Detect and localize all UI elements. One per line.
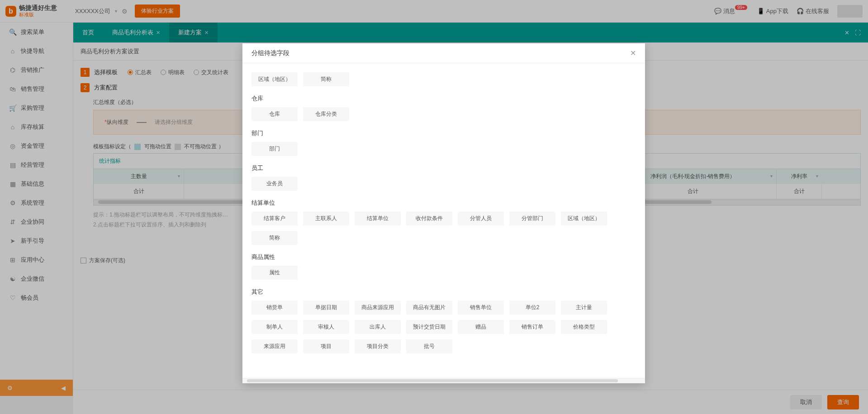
- field-chip-5-7[interactable]: 制单人: [251, 320, 298, 334]
- field-chip-5-3[interactable]: 商品有无图片: [406, 301, 452, 315]
- field-chip-3-4[interactable]: 分管人员: [458, 212, 504, 226]
- field-chip-1-0[interactable]: 部门: [251, 142, 298, 156]
- field-chip-2-0[interactable]: 业务员: [251, 177, 298, 191]
- field-group-row-0: 仓库仓库分类: [251, 107, 636, 121]
- field-select-modal: 分组待选字段 ✕ 区域（地区）简称仓库仓库仓库分类部门部门员工业务员结算单位结算…: [242, 43, 645, 383]
- partial-row: 区域（地区）简称: [251, 72, 636, 86]
- field-chip-5-5[interactable]: 单位2: [509, 301, 555, 315]
- field-group-title-5: 其它: [251, 288, 636, 296]
- field-chip-5-8[interactable]: 审核人: [303, 320, 349, 334]
- field-chip-3-7[interactable]: 简称: [251, 231, 298, 245]
- field-chip-partial-0[interactable]: 区域（地区）: [251, 72, 298, 86]
- field-group-row-3: 结算客户主联系人结算单位收付款条件分管人员分管部门区域（地区）简称: [251, 212, 636, 245]
- field-chip-3-0[interactable]: 结算客户: [251, 212, 298, 226]
- cutoff-row: [251, 63, 636, 69]
- field-group-row-1: 部门: [251, 142, 636, 156]
- field-chip-5-6[interactable]: 主计量: [561, 301, 607, 315]
- field-chip-5-17[interactable]: 批号: [406, 339, 452, 353]
- field-chip-5-1[interactable]: 单据日期: [303, 301, 349, 315]
- field-chip-5-9[interactable]: 出库人: [355, 320, 401, 334]
- field-chip-0-1[interactable]: 仓库分类: [303, 107, 349, 121]
- field-chip-5-11[interactable]: 赠品: [458, 320, 504, 334]
- field-group-title-4: 商品属性: [251, 253, 636, 261]
- field-chip-3-6[interactable]: 区域（地区）: [561, 212, 607, 226]
- field-group-title-2: 员工: [251, 164, 636, 172]
- field-chip-5-4[interactable]: 销售单位: [458, 301, 504, 315]
- field-chip-3-5[interactable]: 分管部门: [509, 212, 555, 226]
- modal-hscroll-thumb[interactable]: [247, 379, 618, 382]
- field-chip-5-16[interactable]: 项目分类: [355, 339, 401, 353]
- field-chip-3-3[interactable]: 收付款条件: [406, 212, 452, 226]
- field-chip-4-0[interactable]: 属性: [251, 266, 298, 280]
- field-chip-5-2[interactable]: 商品来源应用: [355, 301, 401, 315]
- modal-hscroll[interactable]: [242, 378, 645, 383]
- field-chip-3-1[interactable]: 主联系人: [303, 212, 349, 226]
- field-chip-5-14[interactable]: 来源应用: [251, 339, 298, 353]
- field-chip-0-0[interactable]: 仓库: [251, 107, 298, 121]
- field-chip-5-0[interactable]: 销货单: [251, 301, 298, 315]
- field-chip-5-12[interactable]: 销售订单: [509, 320, 555, 334]
- field-group-row-4: 属性: [251, 266, 636, 280]
- modal-body: 区域（地区）简称仓库仓库仓库分类部门部门员工业务员结算单位结算客户主联系人结算单…: [242, 63, 645, 378]
- field-group-title-0: 仓库: [251, 94, 636, 103]
- field-group-row-2: 业务员: [251, 177, 636, 191]
- field-chip-5-10[interactable]: 预计交货日期: [406, 320, 452, 334]
- field-group-title-3: 结算单位: [251, 199, 636, 207]
- field-group-title-1: 部门: [251, 129, 636, 137]
- modal-header: 分组待选字段 ✕: [242, 43, 645, 63]
- field-chip-3-2[interactable]: 结算单位: [355, 212, 401, 226]
- modal-title: 分组待选字段: [251, 49, 289, 57]
- field-group-row-5: 销货单单据日期商品来源应用商品有无图片销售单位单位2主计量制单人审核人出库人预计…: [251, 301, 636, 353]
- field-chip-partial-1[interactable]: 简称: [303, 72, 349, 86]
- field-chip-5-15[interactable]: 项目: [303, 339, 349, 353]
- close-icon[interactable]: ✕: [630, 49, 636, 57]
- field-chip-5-13[interactable]: 价格类型: [561, 320, 607, 334]
